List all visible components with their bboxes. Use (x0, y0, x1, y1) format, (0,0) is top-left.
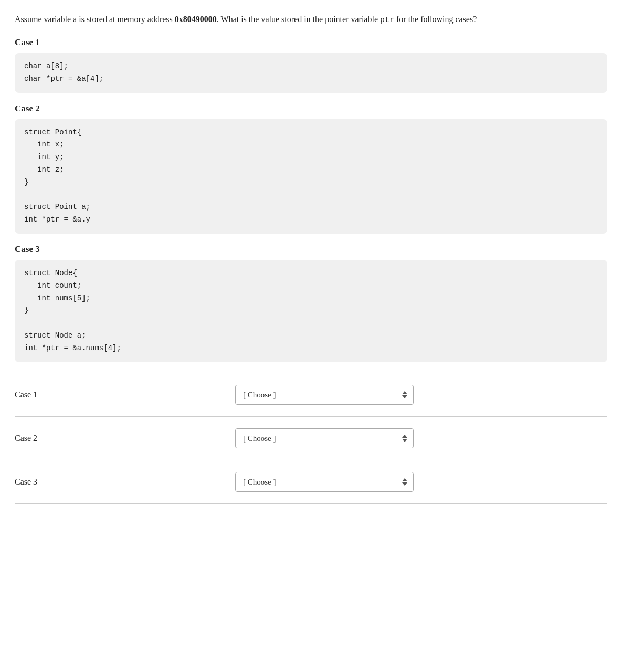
case1-label: Case 1 (15, 37, 607, 48)
case3-label: Case 3 (15, 244, 607, 255)
answer-section: Case 1 [ Choose ]0x804900040x804900080x8… (15, 373, 607, 504)
answer-select-wrapper-2: [ Choose ]0x804900040x804900080x8049000C… (235, 428, 414, 448)
case3-code: struct Node{ int count; int nums[5]; } s… (15, 260, 607, 362)
answer-select-wrapper-3: [ Choose ]0x804900040x804900080x8049000C… (235, 472, 414, 492)
case3-select[interactable]: [ Choose ]0x804900040x804900080x8049000C… (235, 472, 414, 492)
question-intro: Assume variable a is stored at memory ad… (15, 13, 607, 27)
answer-row-2: Case 2 [ Choose ]0x804900040x804900080x8… (15, 417, 607, 460)
case2-label: Case 2 (15, 103, 607, 114)
case2-code: struct Point{ int x; int y; int z; } str… (15, 119, 607, 234)
answer-row-3: Case 3 [ Choose ]0x804900040x804900080x8… (15, 460, 607, 504)
answer-case2-label: Case 2 (15, 434, 235, 443)
answer-select-wrapper-1: [ Choose ]0x804900040x804900080x8049000C… (235, 385, 414, 405)
case2-select[interactable]: [ Choose ]0x804900040x804900080x8049000C… (235, 428, 414, 448)
answer-case3-label: Case 3 (15, 477, 235, 487)
case1-select[interactable]: [ Choose ]0x804900040x804900080x8049000C… (235, 385, 414, 405)
answer-case1-label: Case 1 (15, 390, 235, 400)
case1-code: char a[8]; char *ptr = &a[4]; (15, 53, 607, 93)
answer-row-1: Case 1 [ Choose ]0x804900040x804900080x8… (15, 373, 607, 417)
